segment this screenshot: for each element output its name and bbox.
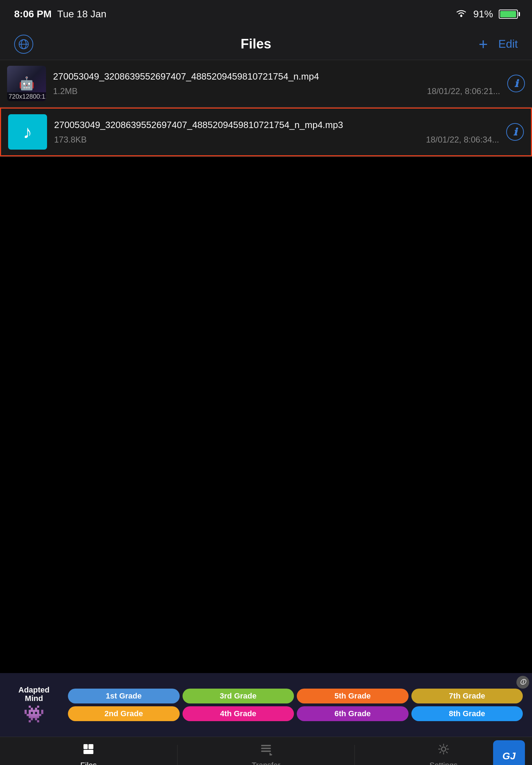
svg-rect-4 [83, 744, 88, 749]
wifi-icon [455, 8, 468, 21]
svg-rect-9 [261, 750, 271, 752]
video-duration: 0:11 [36, 93, 46, 100]
grade-5th-button[interactable]: 5th Grade [297, 689, 409, 703]
nav-bar: Files + Edit [0, 28, 532, 60]
grade-1st-button[interactable]: 1st Grade [68, 689, 180, 703]
battery-percent: 91% [473, 8, 493, 20]
ad-grades-grid: 1st Grade 3rd Grade 5th Grade 7th Grade … [62, 685, 526, 725]
grade-4th-button[interactable]: 4th Grade [183, 706, 294, 721]
video-thumbnail: 🤖 720x1280 0:11 [7, 66, 46, 101]
file-item-audio[interactable]: ♪ 270053049_3208639552697407_48852094598… [0, 108, 532, 156]
video-overlay: 720x1280 0:11 [7, 92, 46, 101]
file-name-audio: 270053049_3208639552697407_4885209459810… [54, 119, 499, 131]
edit-button[interactable]: Edit [498, 37, 518, 51]
ad-monster-icon: 👾 [23, 704, 45, 724]
grade-7th-button[interactable]: 7th Grade [411, 689, 523, 703]
tab-transfer[interactable]: Transfer [178, 737, 355, 765]
status-bar-left: 8:06 PM Tue 18 Jan [14, 8, 106, 20]
status-bar: 8:06 PM Tue 18 Jan 91% [0, 0, 532, 28]
gadgets-to-use-logo: GJ [493, 740, 525, 765]
file-name-video: 270053049_3208639552697407_4885209459810… [53, 71, 500, 83]
gadgets-logo-text: GJ [493, 740, 525, 765]
ad-brand-name: AdaptedMind [18, 686, 50, 703]
file-size-audio: 173.8KB [54, 135, 87, 145]
nav-actions: + Edit [479, 35, 518, 53]
grade-8th-button[interactable]: 8th Grade [411, 706, 523, 721]
svg-point-0 [460, 15, 462, 17]
add-button[interactable]: + [479, 35, 488, 53]
tab-files[interactable]: Files [0, 737, 177, 765]
ad-banner[interactable]: ⓘ AdaptedMind 👾 1st Grade 3rd Grade 5th … [0, 673, 532, 737]
video-resolution: 720x1280 [8, 93, 36, 100]
nav-globe-button[interactable] [14, 35, 33, 54]
file-meta-audio: 173.8KB 18/01/22, 8:06:34... [54, 135, 499, 145]
file-item-video[interactable]: 🤖 720x1280 0:11 270053049_32086395526974… [0, 60, 532, 107]
ad-logo: AdaptedMind 👾 [6, 677, 62, 733]
status-date: Tue 18 Jan [57, 8, 106, 20]
file-size-video: 1.2MB [53, 86, 77, 96]
ad-info-icon[interactable]: ⓘ [516, 676, 529, 689]
page-title: Files [241, 36, 271, 52]
svg-rect-8 [261, 748, 271, 749]
battery-icon [499, 10, 518, 19]
svg-rect-5 [83, 750, 93, 754]
status-time: 8:06 PM [14, 8, 52, 20]
grade-6th-button[interactable]: 6th Grade [297, 706, 409, 721]
settings-tab-icon [437, 743, 450, 759]
audio-thumbnail: ♪ [8, 114, 47, 150]
transfer-tab-label: Transfer [251, 761, 280, 765]
svg-rect-6 [88, 744, 93, 749]
empty-content-area [0, 157, 532, 673]
status-bar-right: 91% [455, 8, 518, 21]
file-date-audio: 18/01/22, 8:06:34... [426, 135, 499, 145]
files-tab-icon [82, 743, 95, 759]
info-button-audio[interactable]: ℹ [506, 123, 524, 141]
file-list: 🤖 720x1280 0:11 270053049_32086395526974… [0, 60, 532, 157]
file-info-video: 270053049_3208639552697407_4885209459810… [46, 71, 507, 96]
files-tab-label: Files [80, 761, 97, 765]
tab-bar: Files Transfer Settings GJ [0, 737, 532, 765]
file-info-audio: 270053049_3208639552697407_4885209459810… [47, 119, 506, 145]
file-date-video: 18/01/22, 8:06:21... [427, 86, 500, 96]
transfer-tab-icon [260, 743, 272, 759]
grade-2nd-button[interactable]: 2nd Grade [68, 706, 180, 721]
svg-rect-7 [261, 745, 271, 746]
svg-point-11 [441, 747, 446, 751]
music-note-icon: ♪ [23, 121, 32, 143]
file-meta-video: 1.2MB 18/01/22, 8:06:21... [53, 86, 500, 96]
info-button-video[interactable]: ℹ [507, 75, 525, 92]
grade-3rd-button[interactable]: 3rd Grade [183, 689, 294, 703]
settings-tab-label: Settings [429, 761, 458, 765]
svg-marker-10 [270, 753, 272, 755]
